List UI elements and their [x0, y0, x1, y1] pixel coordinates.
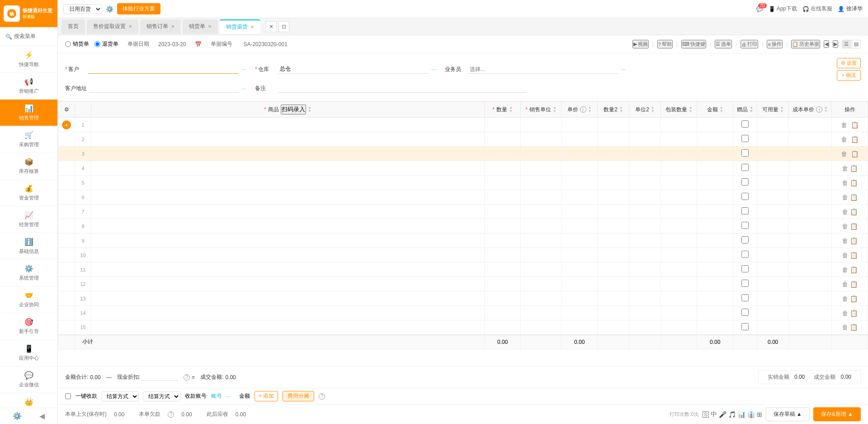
- address-input[interactable]: [90, 84, 239, 93]
- del-12[interactable]: 🗑: [841, 281, 849, 288]
- qty-cell-3[interactable]: [485, 147, 521, 161]
- del-8[interactable]: 🗑: [841, 223, 849, 230]
- qty2-cell-2[interactable]: [598, 132, 629, 147]
- app-download-btn[interactable]: 📱 App下载: [769, 5, 797, 13]
- cp-11[interactable]: 📋: [849, 266, 859, 273]
- sidebar-item-xiaoshou[interactable]: 📊 销售管理: [0, 100, 57, 126]
- gear-icon[interactable]: ⚙️: [106, 5, 113, 13]
- del-13[interactable]: 🗑: [841, 295, 849, 302]
- save-draft-btn[interactable]: 保存草稿 ▲: [766, 407, 810, 421]
- gift-chk-15[interactable]: [741, 323, 749, 330]
- next-btn[interactable]: ▶: [833, 40, 838, 48]
- operate-btn[interactable]: ≡ 操作: [767, 40, 782, 48]
- warehouse-input[interactable]: [278, 65, 429, 74]
- delete-icon-3[interactable]: 🗑: [840, 150, 848, 157]
- window-close-btn[interactable]: ✕: [266, 21, 277, 32]
- del-4[interactable]: 🗑: [841, 165, 849, 172]
- cp-6[interactable]: 📋: [849, 194, 859, 201]
- qty2-sort[interactable]: ▲▼: [619, 106, 623, 113]
- warehouse-dots[interactable]: ···: [431, 66, 436, 72]
- tab-home[interactable]: 首页: [61, 19, 85, 34]
- qty-sort[interactable]: ▲▼: [509, 106, 513, 113]
- gift-chk-14[interactable]: [741, 309, 749, 316]
- price-cell-1[interactable]: [561, 118, 598, 132]
- del-10[interactable]: 🗑: [841, 252, 849, 259]
- window-expand-btn[interactable]: ⊡: [278, 21, 289, 32]
- row-add-button[interactable]: +: [62, 120, 71, 129]
- del-6[interactable]: 🗑: [841, 194, 849, 201]
- radio-sales[interactable]: 销货单: [65, 40, 89, 48]
- amount-cell-1[interactable]: [697, 118, 733, 132]
- del-14[interactable]: 🗑: [841, 310, 849, 317]
- collapse-btn[interactable]: ◀: [39, 412, 45, 420]
- grid-view-btn[interactable]: ☰: [842, 40, 851, 48]
- unit-cell-2[interactable]: [521, 132, 561, 147]
- cp-8[interactable]: 📋: [849, 223, 859, 230]
- del-9[interactable]: 🗑: [841, 237, 849, 244]
- gift-checkbox-1[interactable]: [741, 120, 749, 128]
- list-view-btn[interactable]: ▤: [852, 40, 861, 48]
- taskbar-icon-4[interactable]: 🎵: [728, 411, 736, 418]
- gift-checkbox-3[interactable]: [741, 149, 749, 157]
- sidebar-item-yingxiao[interactable]: 📢 营销推广: [0, 73, 57, 100]
- sidebar-item-xinshou[interactable]: 🎯 新手引导: [0, 313, 57, 340]
- cp-10[interactable]: 📋: [849, 252, 859, 259]
- quick-pay-checkbox[interactable]: [65, 393, 71, 399]
- history-btn[interactable]: 📋 历史单据: [791, 40, 820, 48]
- prev-btn[interactable]: ◀: [824, 40, 829, 48]
- unit-cell-1[interactable]: [521, 118, 561, 132]
- del-11[interactable]: 🗑: [841, 266, 849, 273]
- price-sort[interactable]: ▲▼: [588, 106, 592, 113]
- radio-return-input[interactable]: [94, 41, 100, 47]
- customer-input[interactable]: [88, 65, 239, 74]
- account-dots-btn[interactable]: ···: [226, 393, 231, 400]
- amount-cell-2[interactable]: [697, 132, 733, 147]
- product-sort[interactable]: ▲▼: [308, 106, 311, 113]
- taskbar-icon-7[interactable]: ⊞: [757, 411, 762, 418]
- gift-chk-7[interactable]: [741, 207, 749, 214]
- qty-cell-2[interactable]: [485, 132, 521, 147]
- cp-7[interactable]: 📋: [849, 208, 859, 215]
- copy-icon-2[interactable]: 📋: [850, 136, 859, 143]
- delete-icon-1[interactable]: 🗑: [840, 121, 848, 129]
- unit2-cell-3[interactable]: [629, 147, 661, 161]
- select-btn[interactable]: ☰ 选单: [715, 40, 732, 48]
- amount-cell-3[interactable]: [697, 147, 733, 161]
- cost-info-icon[interactable]: i: [816, 106, 822, 113]
- product-input-1[interactable]: [95, 122, 481, 128]
- tab-salesorder-close[interactable]: ✕: [171, 24, 175, 29]
- del-7[interactable]: 🗑: [841, 208, 849, 215]
- gift-chk-11[interactable]: [741, 265, 749, 272]
- tab-sales-order[interactable]: 销售订单 ✕: [140, 19, 181, 34]
- sidebar-item-qiye[interactable]: 🤝 企业协同: [0, 286, 57, 313]
- tab-sales[interactable]: 销货单 ✕: [183, 19, 218, 34]
- cost-sort[interactable]: ▲▼: [824, 106, 828, 113]
- sidebar-item-yingyong[interactable]: 📱 应用中心: [0, 340, 57, 367]
- unit-cell-3[interactable]: [521, 147, 561, 161]
- help-btn[interactable]: ? 帮助: [657, 40, 673, 48]
- cp-12[interactable]: 📋: [849, 281, 859, 288]
- remark-input[interactable]: [278, 84, 526, 93]
- cp-9[interactable]: 📋: [849, 237, 859, 244]
- unit-sort[interactable]: ▲▼: [553, 106, 557, 113]
- user-info[interactable]: 👤 徐泽华: [838, 5, 863, 13]
- pack-cell-1[interactable]: [661, 118, 697, 132]
- radio-sales-input[interactable]: [65, 41, 71, 47]
- sidebar-item-caigou[interactable]: 🛒 采购管理: [0, 126, 57, 153]
- sidebar-item-xitong[interactable]: ⚙️ 系统管理: [0, 260, 57, 286]
- product-cell[interactable]: [91, 118, 485, 132]
- shortcut-btn[interactable]: ⌨ 快捷键: [681, 40, 706, 48]
- fee-split-btn[interactable]: 费用分摊: [283, 391, 314, 401]
- sidebar-item-weixin[interactable]: 💬 企业微信: [0, 367, 57, 393]
- unit2-cell-2[interactable]: [629, 132, 661, 147]
- calc-method-select[interactable]: 结算方式: [102, 391, 139, 401]
- gift-chk-5[interactable]: [741, 178, 749, 186]
- address-dots[interactable]: ···: [241, 86, 246, 92]
- gear-icon-th[interactable]: ⚙: [64, 106, 69, 113]
- copy-icon-3[interactable]: 📋: [850, 150, 859, 157]
- gift-chk-10[interactable]: [741, 251, 749, 258]
- message-icon[interactable]: 💬 70: [756, 6, 763, 12]
- amount-sort[interactable]: ▲▼: [720, 106, 723, 113]
- gift-chk-12[interactable]: [741, 280, 749, 287]
- settings-quick-btn[interactable]: ⚙ 设置: [837, 58, 861, 68]
